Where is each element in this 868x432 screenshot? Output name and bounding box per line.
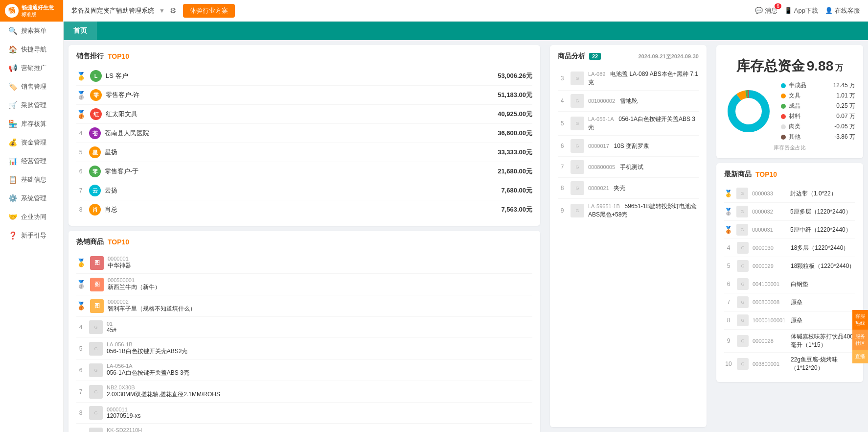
customer-row[interactable]: 🥇 L LS 客户 53,006.26元 xyxy=(76,67,532,86)
customer-row[interactable]: 🥈 零 零售客户-许 51,183.00元 xyxy=(76,86,532,105)
sidebar-item-sales[interactable]: 🏷️ 销售管理 xyxy=(0,77,63,96)
goods-code: 000500001 xyxy=(108,277,532,283)
new-goods-code: 0000033 xyxy=(752,191,786,196)
customer-row[interactable]: 8 肖 肖总 7,563.00元 xyxy=(76,200,532,219)
rank-num: 5 xyxy=(76,345,85,352)
new-goods-img: G xyxy=(736,188,748,199)
float-btn-community[interactable]: 服务社区 xyxy=(852,330,868,350)
sidebar-item-basics[interactable]: 📋 基础信息 xyxy=(0,170,63,189)
hot-goods-row[interactable]: 9 G KK-SD22110H 花语萌恒温分腿睡袋（厚款） xyxy=(76,424,532,432)
legend-value: 0.07 万 xyxy=(836,112,855,120)
hot-goods-row[interactable]: 6 G LA-056-1A 056-1A白色按键开关盖ABS 3壳 xyxy=(76,360,532,381)
sidebar-item-purchase[interactable]: 🛒 采购管理 xyxy=(0,96,63,115)
sidebar-item-guide[interactable]: ❓ 新手引导 xyxy=(0,226,63,245)
legend-label: 半成品 xyxy=(789,81,830,90)
new-goods-row[interactable]: 🥉 G 0000031 5厘中纤（1220*2440） xyxy=(724,221,855,239)
new-goods-img: G xyxy=(737,278,749,290)
new-goods-row[interactable]: 🥇 G 0000033 封边带（1.0*22） xyxy=(724,185,855,203)
customer-row[interactable]: 🥉 红 红太阳文具 40,925.00元 xyxy=(76,105,532,124)
goods-info: LA-59651-1B 59651-1B旋转投影灯电池盒ABS黑色+58壳 xyxy=(588,202,699,219)
new-goods-img: G xyxy=(736,224,748,236)
goods-code: 0000001 xyxy=(108,256,532,262)
customer-row[interactable]: 7 云 云扬 7,680.00元 xyxy=(76,181,532,200)
sidebar-item-search[interactable]: 🔍 搜索菜单 xyxy=(0,22,63,40)
sidebar-item-home[interactable]: 🏠 快捷导航 xyxy=(0,40,63,59)
rank-num: 6 xyxy=(76,168,85,175)
customer-row[interactable]: 5 星 星扬 33,333.00元 xyxy=(76,143,532,162)
mid-goods-row[interactable]: 9 G LA-59651-1B 59651-1B旋转投影灯电池盒ABS黑色+58… xyxy=(558,199,699,222)
hot-goods-row[interactable]: 7 G NB2.0X30B 2.0X30MM双搓花轴,搓花直径2.1MM/ROH… xyxy=(76,381,532,403)
hot-goods-row[interactable]: 5 G LA-056-1B 056-1B白色按键开关壳ABS2壳 xyxy=(76,338,532,360)
tab-home[interactable]: 首页 xyxy=(64,22,97,40)
goods-code: LA-59651-1B xyxy=(588,203,620,209)
customer-amount: 21,680.00元 xyxy=(498,167,532,176)
try-button[interactable]: 体验行业方案 xyxy=(183,4,235,18)
dropdown-icon[interactable]: ▼ xyxy=(159,7,165,14)
customers-list: 🥇 L LS 客户 53,006.26元 🥈 零 零售客户-许 51,183.0… xyxy=(76,67,532,219)
goods-info: NB2.0X30B 2.0X30MM双搓花轴,搓花直径2.1MM/ROHS xyxy=(107,384,532,399)
messages-btn[interactable]: 💬 消息 6 xyxy=(755,6,777,15)
customer-badge: 星 xyxy=(89,146,101,158)
new-goods-row[interactable]: 4 G 0000030 18多层（1220*2440） xyxy=(724,239,855,257)
customer-row[interactable]: 4 苍 苍南县人民医院 36,600.00元 xyxy=(76,124,532,143)
hot-goods-row[interactable]: 4 G 01 45# xyxy=(76,317,532,338)
new-goods-row[interactable]: 6 G 004100001 白钢垫 xyxy=(724,275,855,293)
goods-info: 000800005 手机测试 xyxy=(588,163,699,171)
customer-amount: 40,925.00元 xyxy=(498,110,532,119)
mid-goods-row[interactable]: 7 G 000800005 手机测试 xyxy=(558,157,699,178)
goods-code: LA-056-1A xyxy=(107,363,532,369)
system-icon: ⚙️ xyxy=(8,194,17,203)
logo-text: 畅捷通好生意 标准版 xyxy=(22,4,54,17)
new-goods-code: 003800001 xyxy=(753,361,787,367)
gear-icon[interactable]: ⚙ xyxy=(170,6,176,15)
mid-goods-row[interactable]: 8 G 0000021 夹壳 xyxy=(558,178,699,199)
goods-code: LA-056-1B xyxy=(107,341,532,347)
mid-goods-row[interactable]: 3 G LA-089 电池盖 LA-089 ABS本色+黑种 7.1克 xyxy=(558,67,699,91)
new-goods-row[interactable]: 7 G 000800008 原垒 xyxy=(724,293,855,312)
float-btn-service[interactable]: 客服热线 xyxy=(852,310,868,330)
inventory-value: 9.88 xyxy=(807,58,834,73)
logo-icon: 畅 xyxy=(5,4,19,18)
float-btn-live[interactable]: 直播 xyxy=(852,350,868,363)
goods-img: G xyxy=(89,320,103,334)
app-download-btn[interactable]: 📱 App下载 xyxy=(784,6,818,15)
customer-row[interactable]: 6 零 零售客户-于 21,680.00元 xyxy=(76,162,532,181)
medal-icon: 🥈 xyxy=(76,280,86,289)
donut-section: 半成品 12.45 万 文具 1.01 万 成品 0.25 万 材料 0.07 … xyxy=(724,81,855,141)
customer-name: 红太阳文具 xyxy=(106,110,494,119)
customer-amount: 51,183.00元 xyxy=(498,91,532,99)
sidebar-item-marketing[interactable]: 📢 营销推广 xyxy=(0,59,63,77)
goods-info: KK-SD22110H 花语萌恒温分腿睡袋（厚款） xyxy=(107,427,532,432)
new-goods-row[interactable]: 10 G 003800001 22g鱼豆腐-烧烤味（1*12*20） xyxy=(724,353,855,375)
customer-amount: 53,006.26元 xyxy=(498,72,532,80)
new-goods-row[interactable]: 8 G 10000100001 原垒 xyxy=(724,312,855,330)
sidebar-item-system[interactable]: ⚙️ 系统管理 xyxy=(0,189,63,208)
mid-goods-row[interactable]: 5 G LA-056-1A 056-1A白色按键开关盖ABS 3壳 xyxy=(558,112,699,136)
new-goods-name: 体碱嘉枝味苏打饮品400毫升（1*15） xyxy=(791,333,855,349)
hot-goods-row[interactable]: 8 G 0000011 12070519-xs xyxy=(76,403,532,424)
new-goods-row[interactable]: 🥈 G 0000032 5厘多层（1220*2440） xyxy=(724,203,855,221)
mid-goods-row[interactable]: 6 G 0000017 10S 变刮罗浆 xyxy=(558,136,699,157)
new-goods-img: G xyxy=(737,358,749,370)
main-area: 装备及固定资产辅助管理系统 ▼ ⚙ 体验行业方案 💬 消息 6 📱 App下载 … xyxy=(64,0,868,432)
sidebar-item-inventory[interactable]: 🏪 库存核算 xyxy=(0,115,63,133)
sidebar-item-finance[interactable]: 💰 资金管理 xyxy=(0,133,63,152)
online-service-btn[interactable]: 👤 在线客服 xyxy=(825,6,860,15)
new-goods-code: 0000028 xyxy=(753,338,787,344)
new-goods-row[interactable]: 5 G 0000029 18颗粒板（1220*2440） xyxy=(724,257,855,275)
inventory-icon: 🏪 xyxy=(8,120,17,128)
rank-num: 8 xyxy=(724,317,733,324)
legend-label: 成品 xyxy=(789,102,833,110)
goods-img: G xyxy=(571,160,584,174)
medal-icon: 🥉 xyxy=(76,110,86,119)
analysis-badge: 22 xyxy=(589,53,601,60)
new-goods-row[interactable]: 9 G 0000028 体碱嘉枝味苏打饮品400毫升（1*15） xyxy=(724,330,855,353)
goods-info: LA-089 电池盖 LA-089 ABS本色+黑种 7.1克 xyxy=(588,70,699,87)
sidebar-item-operations[interactable]: 📊 经营管理 xyxy=(0,152,63,170)
mid-goods-row[interactable]: 4 G 001000002 雪地靴 xyxy=(558,91,699,112)
operations-icon: 📊 xyxy=(8,157,17,166)
hot-goods-row[interactable]: 🥈 图 000500001 新西兰牛肉（新牛） xyxy=(76,274,532,295)
hot-goods-row[interactable]: 🥇 图 0000001 中华神器 xyxy=(76,252,532,274)
hot-goods-row[interactable]: 🥉 图 0000002 智利车子里（规格不知道填什么） xyxy=(76,295,532,317)
sidebar-item-enterprise[interactable]: 🤝 企业协同 xyxy=(0,208,63,226)
